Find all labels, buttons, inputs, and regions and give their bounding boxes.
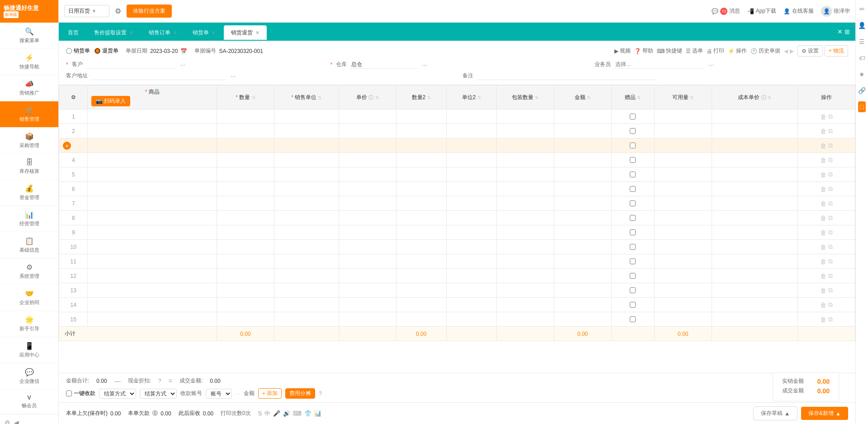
zhong-icon[interactable]: 中 (264, 410, 270, 418)
sort-icon[interactable]: ⇅ (535, 95, 538, 100)
address-input[interactable] (90, 71, 226, 80)
delete-icon[interactable]: 🗑 (820, 128, 826, 135)
sidebar-item-baseinfo[interactable]: 📋 基础信息 (0, 232, 58, 258)
topbar-gear-icon[interactable]: ⚙ (113, 5, 123, 17)
staff-input[interactable] (613, 60, 704, 69)
sidebar-item-enterprise[interactable]: 🤝 企业协同 (0, 285, 58, 311)
goods-cell-active[interactable] (88, 138, 217, 153)
gift-checkbox[interactable] (630, 258, 636, 264)
video-btn[interactable]: ▶ 视频 (614, 47, 631, 55)
collapse-icon[interactable]: ◀ (14, 419, 19, 424)
save-new-btn[interactable]: 保存&新增 ▲ (801, 407, 848, 420)
add-row-btn[interactable]: + (63, 142, 71, 150)
radio-return[interactable]: 退货单 (94, 47, 118, 55)
setting-btn[interactable]: ⚙ 设置 (797, 45, 823, 57)
right-tag-icon[interactable]: 🏷 (857, 52, 867, 63)
radio-return-input[interactable] (94, 48, 100, 54)
qty2-cell[interactable] (396, 138, 446, 153)
gift-checkbox[interactable] (630, 316, 636, 322)
add-logistics-btn[interactable]: + 物流 (825, 45, 848, 57)
delete-icon[interactable]: 🗑 (820, 142, 826, 149)
sale-unit-cell[interactable] (274, 110, 339, 124)
unit2-cell[interactable] (446, 110, 496, 124)
delete-icon[interactable]: 🗑 (820, 157, 826, 164)
goods-input[interactable] (91, 143, 213, 149)
calendar-icon[interactable]: 📅 (180, 48, 187, 54)
close-icon[interactable]: ✕ (212, 30, 216, 36)
gift-checkbox[interactable] (630, 302, 636, 308)
one-click-input[interactable] (66, 391, 72, 396)
gift-checkbox[interactable] (630, 287, 636, 293)
help-icon[interactable]: ? (319, 391, 322, 397)
cost-split-btn[interactable]: 费用分摊 (285, 388, 315, 399)
available-cell[interactable] (654, 124, 712, 138)
close-icon[interactable]: ✕ (129, 30, 133, 36)
copy-icon[interactable]: ⧉ (828, 156, 833, 164)
gear-icon[interactable]: ⚙ (71, 94, 76, 100)
gift-checkbox[interactable] (630, 114, 636, 119)
account-number-select[interactable]: 账号 (206, 389, 232, 399)
sale-unit-cell[interactable] (274, 138, 339, 153)
address-dots-btn[interactable]: ··· (231, 72, 236, 80)
select-order-btn[interactable]: ☰ 选单 (686, 47, 703, 55)
gift-checkbox[interactable] (630, 143, 636, 148)
sidebar-item-appcenter[interactable]: 📱 应用中心 (0, 337, 58, 363)
staff-dots-btn[interactable]: ··· (708, 61, 714, 68)
sidebar-item-system[interactable]: ⚙ 系统管理 (0, 258, 58, 285)
help-btn[interactable]: ❓ 帮助 (634, 47, 653, 55)
sort-icon[interactable]: ⇅ (477, 95, 481, 100)
unit-price-cell[interactable] (339, 110, 396, 124)
tab-sale-order[interactable]: 销售订单 ✕ (142, 25, 184, 40)
sort-icon[interactable]: ⇅ (768, 95, 771, 100)
unit-price-cell[interactable] (339, 138, 396, 153)
goods-cell[interactable] (88, 124, 217, 138)
delete-icon[interactable]: 🗑 (820, 113, 826, 120)
close-icon[interactable]: ✕ (255, 30, 259, 36)
delete-icon[interactable]: 🗑 (820, 186, 826, 193)
copy-icon[interactable]: ⧉ (828, 185, 833, 193)
qty2-cell[interactable] (396, 110, 446, 124)
sidebar-item-quicknav[interactable]: ⚡ 快捷导航 (0, 49, 58, 75)
volume-icon[interactable]: 🔊 (283, 410, 290, 417)
sidebar-item-marketing[interactable]: 📣 营销推广 (0, 75, 58, 101)
qty-cell[interactable] (217, 138, 274, 153)
right-edit-icon[interactable]: ✏ (858, 4, 867, 14)
close-tab-icon[interactable]: ✕ (837, 28, 843, 35)
tshirt-icon[interactable]: 👕 (304, 410, 311, 417)
pack-qty-cell[interactable] (496, 138, 554, 153)
gift-checkbox[interactable] (630, 157, 636, 163)
operate-btn[interactable]: ⚡ 操作 (728, 47, 747, 55)
copy-icon[interactable]: ⧉ (828, 171, 833, 178)
warehouse-input[interactable] (349, 60, 417, 69)
delete-icon[interactable]: 🗑 (820, 316, 826, 323)
unit2-cell[interactable] (446, 138, 496, 153)
gift-checkbox[interactable] (630, 244, 636, 250)
sale-unit-cell[interactable] (274, 124, 339, 138)
sidebar-item-member[interactable]: V 畅会员 (0, 390, 58, 414)
copy-icon[interactable]: ⧉ (828, 200, 833, 207)
amount-cell[interactable] (554, 124, 611, 138)
delete-icon[interactable]: 🗑 (820, 200, 826, 207)
sidebar-item-inventory[interactable]: 🗄 库存核算 (0, 154, 58, 180)
sidebar-item-finance[interactable]: 💰 资金管理 (0, 180, 58, 206)
delete-icon[interactable]: 🗑 (820, 258, 826, 265)
delete-icon[interactable]: 🗑 (820, 229, 826, 236)
add-payment-btn[interactable]: + 添加 (258, 388, 282, 399)
print-btn[interactable]: 🖨 打印 (707, 47, 724, 55)
account-calc-select[interactable]: 结算方式 (140, 389, 177, 399)
keyboard2-icon[interactable]: ⌨ (293, 410, 302, 417)
delete-icon[interactable]: 🗑 (820, 272, 826, 280)
copy-icon[interactable]: ⧉ (828, 301, 833, 309)
remark-input[interactable] (476, 71, 657, 80)
right-link-icon[interactable]: 🔗 (856, 85, 868, 96)
user-profile[interactable]: 👤 徐泽华 (821, 6, 850, 17)
available-cell[interactable] (654, 138, 712, 153)
copy-icon[interactable]: ⧉ (828, 214, 833, 222)
unit2-cell[interactable] (446, 124, 496, 138)
tab-sale-price[interactable]: 售价提取设置 ✕ (87, 25, 141, 40)
pack-qty-cell[interactable] (496, 124, 554, 138)
right-star-icon[interactable]: ★ (857, 69, 867, 80)
sidebar-item-wechat[interactable]: 💬 企业微信 (0, 363, 58, 390)
delete-icon[interactable]: 🗑 (820, 214, 826, 222)
try-btn[interactable]: 体验行业方案 (127, 5, 172, 18)
